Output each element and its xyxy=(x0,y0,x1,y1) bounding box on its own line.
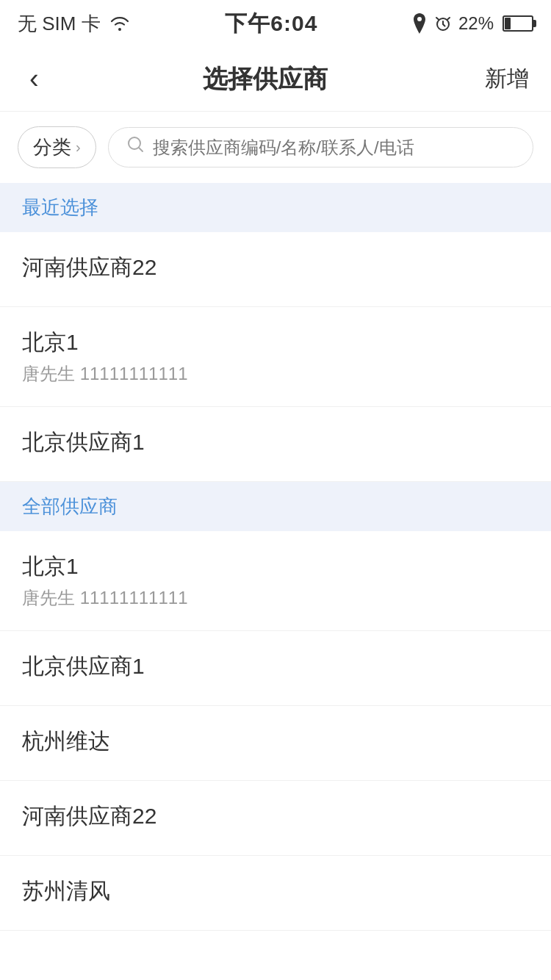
item-sub: 唐先生 11111111111 xyxy=(22,362,529,386)
item-name: 苏州清风 xyxy=(22,876,529,907)
status-bar: 无 SIM 卡 下午6:04 22% xyxy=(0,0,551,47)
category-label: 分类 xyxy=(33,134,71,160)
status-time: 下午6:04 xyxy=(225,9,317,39)
battery-percentage: 22% xyxy=(458,13,494,34)
list-item[interactable]: 北京1 唐先生 11111111111 xyxy=(0,531,551,631)
item-sub: 唐先生 11111111111 xyxy=(22,586,529,610)
item-name: 北京供应商1 xyxy=(22,652,529,682)
search-icon xyxy=(126,135,145,159)
list-item[interactable]: 北京供应商1 xyxy=(0,407,551,482)
item-name: 杭州维达 xyxy=(22,727,529,757)
list-item[interactable]: 河南供应商22 xyxy=(0,781,551,856)
location-icon xyxy=(411,13,428,34)
search-input[interactable] xyxy=(153,137,515,158)
page-title: 选择供应商 xyxy=(203,62,328,96)
battery-icon xyxy=(503,15,533,32)
item-name: 北京1 xyxy=(22,328,529,358)
chevron-right-icon: › xyxy=(76,139,81,156)
item-name: 北京供应商1 xyxy=(22,428,529,458)
category-filter-button[interactable]: 分类 › xyxy=(18,126,96,168)
list-item[interactable]: 北京供应商1 xyxy=(0,631,551,706)
item-name: 河南供应商22 xyxy=(22,253,529,283)
list-item[interactable]: 河南供应商22 xyxy=(0,232,551,307)
status-left: 无 SIM 卡 xyxy=(18,11,132,37)
status-right: 22% xyxy=(411,13,533,34)
new-button[interactable]: 新增 xyxy=(485,64,529,94)
all-section-header: 全部供应商 xyxy=(0,482,551,531)
recent-items-list: 河南供应商22 北京1 唐先生 11111111111 北京供应商1 xyxy=(0,232,551,482)
list-item[interactable]: 苏州清风 xyxy=(0,856,551,931)
item-name: 北京1 xyxy=(22,552,529,582)
search-box xyxy=(108,127,533,167)
alarm-icon xyxy=(433,14,453,33)
carrier-label: 无 SIM 卡 xyxy=(18,11,101,37)
back-button[interactable]: ‹ xyxy=(22,56,46,102)
wifi-icon xyxy=(108,15,132,32)
recent-section-header: 最近选择 xyxy=(0,183,551,232)
search-row: 分类 › xyxy=(0,112,551,183)
nav-bar: ‹ 选择供应商 新增 xyxy=(0,47,551,112)
list-item[interactable]: 杭州维达 xyxy=(0,706,551,781)
list-item[interactable]: 北京1 唐先生 11111111111 xyxy=(0,307,551,407)
item-name: 河南供应商22 xyxy=(22,801,529,832)
all-items-list: 北京1 唐先生 11111111111 北京供应商1 杭州维达 河南供应商22 … xyxy=(0,531,551,931)
